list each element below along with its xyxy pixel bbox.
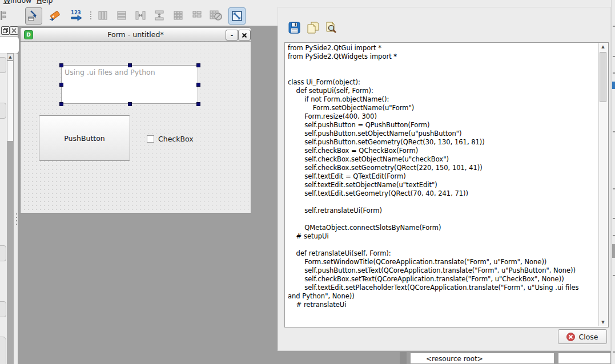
layout-in-grid-button[interactable] (170, 7, 186, 23)
code-text: from PySide2.QtGui import * from PySide2… (285, 43, 608, 309)
save-button[interactable] (288, 21, 302, 35)
resource-tree-panel[interactable]: <resource root> (410, 353, 554, 364)
textedit-placeholder-text: Using .ui files and Python (65, 68, 155, 76)
code-preview-dialog: from PySide2.QtGui import * from PySide2… (278, 7, 611, 351)
layout-vertically-in-splitter-icon (153, 9, 166, 22)
selection-handle-top-left[interactable] (59, 63, 63, 67)
adjust-size-button[interactable] (228, 7, 246, 25)
layout-horizontally-button[interactable] (95, 7, 111, 23)
layout-in-form-icon (191, 9, 203, 22)
right-sliver-selection-mark (612, 82, 615, 89)
bottom-scrollbar-fragment[interactable] (400, 352, 407, 364)
close-icon (242, 33, 247, 38)
widget-category-item[interactable] (0, 337, 6, 364)
edit-signals-slots-button[interactable] (25, 7, 42, 25)
menu-item-help[interactable]: Help (37, 0, 53, 5)
close-button-label: Close (578, 333, 598, 341)
dock-scrollbar-thumb[interactable] (7, 60, 14, 141)
code-text-area[interactable]: from PySide2.QtGui import * from PySide2… (284, 42, 609, 327)
checkbox-box[interactable] (147, 135, 154, 143)
layout-in-grid-icon (172, 9, 184, 22)
close-icon (11, 28, 17, 33)
close-circle-icon (566, 333, 575, 341)
selection-handle-middle-left[interactable] (59, 83, 63, 87)
scroll-up-icon[interactable]: ▲ (599, 43, 607, 51)
form-pushbutton-widget[interactable]: PushButton (39, 115, 130, 161)
form-editor-window: D Form - untitled* - Using .ui files and… (20, 27, 251, 213)
form-window-titlebar[interactable]: D Form - untitled* - (21, 28, 251, 42)
dock-scroll-up-icon[interactable]: ▲ (7, 53, 14, 60)
form-minimize-button[interactable]: - (226, 30, 238, 41)
layout-horizontally-in-splitter-button[interactable] (132, 7, 148, 23)
scroll-down-icon[interactable]: ▼ (599, 319, 607, 326)
save-icon (288, 21, 301, 34)
edit-widgets-button[interactable] (0, 7, 8, 23)
adjust-size-icon (231, 10, 243, 22)
menu-bar: Window Help (0, 0, 615, 6)
copy-button[interactable] (306, 21, 321, 35)
widget-category-item[interactable] (0, 245, 6, 261)
edit-buddies-button[interactable] (47, 7, 63, 23)
widget-category-item[interactable] (0, 301, 6, 317)
menu-help-rest: elp (42, 0, 53, 5)
widget-category-item[interactable] (0, 57, 6, 73)
edit-widgets-icon (0, 9, 6, 22)
layout-vertically-in-splitter-button[interactable] (151, 7, 167, 23)
break-layout-button[interactable] (208, 7, 224, 23)
layout-vertically-button[interactable] (114, 7, 130, 23)
code-scrollbar-thumb[interactable] (600, 52, 606, 102)
form-checkbox-widget[interactable]: CheckBox (147, 135, 194, 143)
widget-box-panel: ▲ (0, 26, 18, 364)
form-close-button[interactable] (238, 30, 251, 41)
widget-filter-input[interactable] (0, 36, 19, 54)
edit-tab-order-button[interactable]: 123 (69, 7, 85, 23)
float-icon (3, 28, 8, 33)
dock-float-button[interactable] (1, 26, 10, 35)
menu-window-rest: indow (10, 0, 31, 5)
edit-buddies-icon (49, 9, 61, 22)
resource-root-item[interactable]: <resource root> (426, 355, 483, 363)
layout-horizontally-in-splitter-icon (134, 9, 147, 22)
right-sliver-scroll-thumb (612, 244, 615, 258)
dock-splitter-handle[interactable] (15, 213, 18, 225)
pushbutton-label: PushButton (64, 134, 105, 143)
resource-detail-panel[interactable] (558, 353, 611, 364)
edit-tab-order-icon: 123 (70, 9, 83, 22)
form-window-title: Form - untitled* (21, 30, 251, 39)
selection-handle-bottom-right[interactable] (196, 102, 200, 106)
svg-text:123: 123 (71, 10, 81, 15)
copy-icon (306, 21, 320, 34)
find-button[interactable] (324, 21, 339, 35)
toolbar-separator (90, 11, 91, 20)
break-layout-icon (209, 9, 223, 22)
code-scrollbar[interactable]: ▲ ▼ (598, 43, 608, 326)
selection-handle-top-center[interactable] (128, 63, 132, 67)
selection-handle-bottom-left[interactable] (59, 102, 63, 106)
layout-in-form-button[interactable] (189, 7, 205, 23)
form-textedit-widget[interactable]: Using .ui files and Python (61, 65, 198, 104)
find-icon (324, 21, 339, 34)
layout-vertically-icon (115, 9, 128, 22)
widget-category-item[interactable] (0, 103, 6, 119)
selection-handle-bottom-center[interactable] (128, 102, 132, 106)
selection-handle-middle-right[interactable] (196, 83, 200, 87)
qt-designer-window: { "menu_bar": { "items": ["Window", "Hel… (0, 0, 615, 364)
selection-handle-top-right[interactable] (196, 63, 200, 67)
dialog-close-button[interactable]: Close (558, 329, 607, 344)
form-canvas[interactable]: Using .ui files and Python PushButton Ch… (21, 42, 251, 213)
dock-close-button[interactable] (10, 26, 18, 35)
edit-signals-slots-icon (27, 10, 40, 22)
layout-horizontally-icon (97, 9, 109, 22)
dock-scrollbar[interactable]: ▲ (7, 53, 14, 364)
menu-item-window[interactable]: Window (3, 0, 31, 5)
right-panel-sliver (611, 0, 615, 364)
checkbox-label: CheckBox (158, 135, 194, 143)
